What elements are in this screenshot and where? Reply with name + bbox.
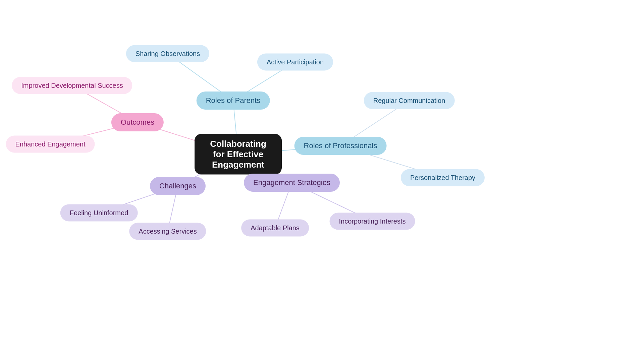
reg-comm-node: Regular Communication bbox=[364, 92, 455, 109]
eng-strat-node: Engagement Strategies bbox=[244, 174, 340, 192]
sharing-obs-node: Sharing Observations bbox=[126, 45, 209, 62]
active-part-node: Active Participation bbox=[257, 54, 333, 71]
pers-therapy-node: Personalized Therapy bbox=[401, 169, 485, 186]
acc-serv-node: Accessing Services bbox=[129, 223, 206, 240]
challenges-node: Challenges bbox=[150, 177, 206, 195]
adapt-plans-node: Adaptable Plans bbox=[241, 220, 309, 237]
inc-int-node: Incorporating Interests bbox=[330, 213, 415, 230]
roles-parents-node: Roles of Parents bbox=[197, 92, 270, 110]
enh-eng-node: Enhanced Engagement bbox=[6, 136, 95, 153]
feel-uninf-node: Feeling Uninformed bbox=[60, 204, 138, 222]
outcomes-node: Outcomes bbox=[111, 113, 164, 131]
center-node: Collaborating for Effective Engagement bbox=[195, 134, 282, 175]
imp-dev-node: Improved Developmental Success bbox=[12, 77, 132, 94]
roles-prof-node: Roles of Professionals bbox=[294, 137, 387, 155]
mind-map: Collaborating for Effective EngagementRo… bbox=[0, 0, 644, 363]
